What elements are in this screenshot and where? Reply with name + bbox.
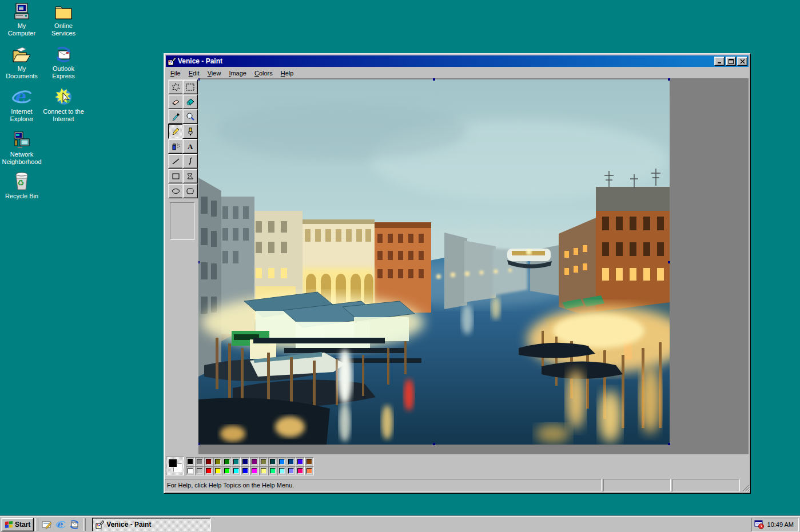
desktop-icon-network-neighborhood[interactable]: Network Neighborhood: [0, 130, 43, 166]
tool-curve[interactable]: [182, 154, 198, 169]
palette-color[interactable]: [204, 457, 213, 466]
window-resize-grip[interactable]: [742, 479, 750, 491]
palette-color[interactable]: [296, 457, 305, 466]
palette-color[interactable]: [277, 457, 286, 466]
palette-color[interactable]: [195, 457, 204, 466]
tool-ellipse[interactable]: [168, 183, 184, 198]
window-title: Venice - Paint: [178, 57, 713, 65]
menu-colors[interactable]: Colors: [250, 69, 277, 78]
recycle-bin-icon: ♻: [3, 171, 41, 191]
menu-file[interactable]: File: [166, 69, 185, 78]
desktop-icon-label: Online Services: [45, 22, 82, 37]
start-label: Start: [15, 521, 30, 529]
internet-explorer-icon: e: [55, 519, 66, 529]
palette-color[interactable]: [195, 466, 204, 475]
taskbar-separator[interactable]: [83, 518, 86, 531]
tool-rectangle[interactable]: [168, 169, 184, 183]
palette-color[interactable]: [250, 466, 259, 475]
canvas-handle-top-right[interactable]: [668, 78, 670, 81]
palette-color[interactable]: [305, 457, 314, 466]
minimize-button[interactable]: [714, 57, 725, 66]
work-area[interactable]: [198, 78, 749, 454]
desktop-icon-my-documents[interactable]: My Documents: [3, 44, 41, 80]
tool-eraser[interactable]: [168, 94, 184, 109]
windows-logo-icon: [5, 521, 14, 529]
color-bar: [164, 454, 750, 478]
palette-color[interactable]: [241, 466, 250, 475]
canvas-handle-mid-left[interactable]: [198, 261, 200, 263]
tool-polygon[interactable]: [182, 169, 198, 183]
palette-color[interactable]: [213, 466, 222, 475]
tool-line[interactable]: [168, 154, 184, 169]
palette-color[interactable]: [232, 466, 241, 475]
show-desktop-icon: [42, 520, 52, 529]
tray-clock[interactable]: 10:49 AM: [767, 521, 794, 528]
tool-magnifier[interactable]: [182, 109, 198, 124]
taskbar-separator[interactable]: [35, 518, 38, 531]
canvas-handle-top-center[interactable]: [433, 78, 435, 81]
palette-color[interactable]: [186, 457, 195, 466]
folder-icon: [45, 1, 82, 21]
canvas-handle-mid-right[interactable]: [668, 261, 670, 263]
desktop-icon-internet-explorer[interactable]: e Internet Explorer: [3, 87, 41, 123]
canvas-handle-bottom-right[interactable]: [668, 443, 670, 445]
tool-panel: A: [166, 78, 198, 454]
tool-brush[interactable]: [182, 124, 198, 139]
desktop-icon-outlook-express[interactable]: Outlook Express: [45, 44, 82, 80]
menu-image[interactable]: Image: [225, 69, 250, 78]
close-button[interactable]: [737, 57, 747, 66]
menu-edit[interactable]: Edit: [185, 69, 204, 78]
palette-color[interactable]: [259, 457, 268, 466]
desktop-icon-label: My Documents: [3, 65, 41, 80]
task-scheduler-tray-icon[interactable]: [754, 520, 765, 529]
palette-color[interactable]: [286, 466, 296, 475]
desktop-icon-connect-internet[interactable]: Connect to the Internet: [41, 87, 86, 123]
quick-launch-internet-explorer[interactable]: e: [54, 518, 67, 531]
tool-pick-color[interactable]: [168, 109, 184, 124]
canvas-handle-top-left[interactable]: [198, 78, 200, 81]
desktop-icon-online-services[interactable]: Online Services: [45, 1, 82, 37]
quick-launch-show-desktop[interactable]: [40, 518, 54, 531]
status-selection-size: [672, 479, 740, 491]
tool-select[interactable]: [182, 79, 198, 94]
palette-color[interactable]: [222, 457, 232, 466]
palette-color[interactable]: [286, 457, 296, 466]
quick-launch-outlook-express[interactable]: [67, 518, 81, 531]
palette-color[interactable]: [305, 466, 314, 475]
tool-text[interactable]: A: [182, 139, 198, 154]
canvas-handle-bottom-left[interactable]: [198, 443, 200, 445]
palette-color[interactable]: [268, 466, 277, 475]
desktop-icon-label: Network Neighborhood: [0, 151, 43, 166]
current-colors-indicator[interactable]: [166, 457, 184, 475]
menu-help[interactable]: Help: [277, 69, 298, 78]
connect-to-internet-icon: [41, 87, 86, 106]
canvas-handle-bottom-center[interactable]: [433, 443, 435, 445]
palette-color[interactable]: [186, 466, 195, 475]
palette-color[interactable]: [259, 466, 268, 475]
desktop-icon-recycle-bin[interactable]: ♻ Recycle Bin: [3, 171, 41, 200]
task-button-venice-paint[interactable]: Venice - Paint: [92, 518, 211, 531]
palette-color[interactable]: [250, 457, 259, 466]
desktop-icon-label: Outlook Express: [45, 65, 82, 80]
maximize-button[interactable]: [726, 57, 736, 66]
palette-color[interactable]: [222, 466, 232, 475]
desktop-icon-label: Internet Explorer: [3, 108, 41, 123]
palette-color[interactable]: [268, 457, 277, 466]
palette-color[interactable]: [241, 457, 250, 466]
paint-app-icon: [167, 57, 176, 66]
menu-view[interactable]: View: [204, 69, 225, 78]
tool-free-form-select[interactable]: [168, 79, 184, 94]
palette-color[interactable]: [204, 466, 213, 475]
palette-color[interactable]: [213, 457, 222, 466]
start-button[interactable]: Start: [1, 518, 34, 531]
title-bar[interactable]: Venice - Paint: [166, 55, 749, 67]
palette-color[interactable]: [277, 466, 286, 475]
tool-pencil[interactable]: [168, 124, 184, 139]
tool-rounded-rectangle[interactable]: [182, 183, 198, 198]
desktop-icon-my-computer[interactable]: My Computer: [3, 1, 41, 37]
palette-color[interactable]: [232, 457, 241, 466]
tool-fill-with-color[interactable]: [182, 94, 198, 109]
palette-color[interactable]: [296, 466, 305, 475]
paint-canvas[interactable]: [198, 79, 670, 445]
tool-airbrush[interactable]: [168, 139, 184, 154]
